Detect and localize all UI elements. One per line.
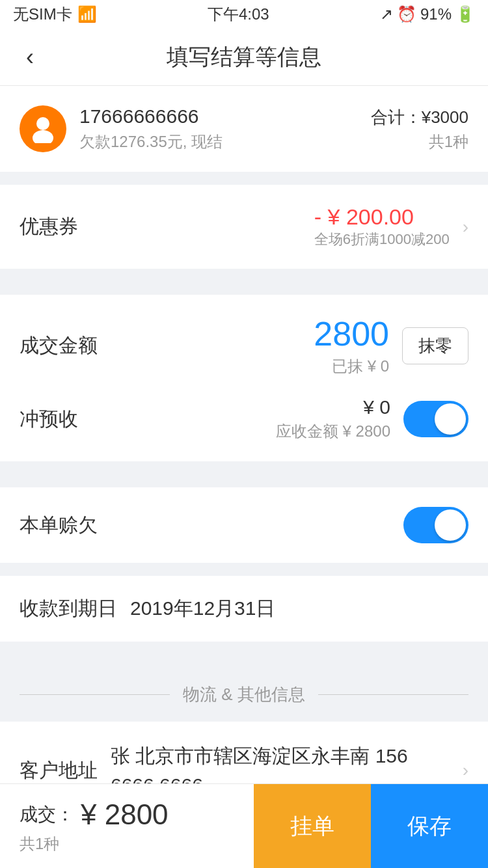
prepay-right: ¥ 0 应收金额 ¥ 2800 — [276, 396, 468, 442]
avatar — [20, 105, 66, 152]
wifi-icon: 📶 — [77, 5, 97, 23]
back-button[interactable]: ‹ — [20, 37, 40, 77]
logistics-line-right — [318, 694, 468, 695]
battery-icon: 🔋 — [455, 5, 475, 23]
address-label: 客户地址 — [20, 757, 98, 784]
coupon-section[interactable]: 优惠券 - ¥ 200.00 全场6折满1000减200 › — [0, 185, 488, 269]
customer-summary: 合计：¥3000 共1种 — [371, 106, 468, 152]
debt-toggle[interactable] — [403, 507, 468, 543]
bottom-total-amount: ¥ 2800 — [81, 798, 169, 831]
transaction-amount: 2800 — [314, 314, 389, 353]
debt-section: 本单赊欠 — [0, 487, 488, 563]
transaction-label: 成交金额 — [20, 332, 98, 359]
section-divider-3 — [0, 655, 488, 668]
bottom-label: 成交： — [20, 802, 74, 827]
prepay-label: 冲预收 — [20, 406, 78, 433]
coupon-desc: 全场6折满1000减200 — [314, 230, 450, 249]
coupon-amount: - ¥ 200.00 — [314, 204, 450, 230]
bottom-count: 共1种 — [20, 834, 234, 854]
status-right: ↗ ⏰ 91% 🔋 — [380, 5, 475, 23]
transaction-amount-row: 成交金额 2800 已抹 ¥ 0 抹零 — [20, 314, 468, 377]
transaction-sub: 已抹 ¥ 0 — [314, 356, 389, 377]
bottom-amount-row: 成交： ¥ 2800 — [20, 798, 234, 831]
svg-point-1 — [33, 130, 53, 143]
avatar-icon — [29, 115, 57, 143]
due-date-label: 收款到期日 — [20, 595, 117, 622]
total-label: 合计：¥3000 — [371, 106, 468, 129]
nav-bar: ‹ 填写结算等信息 — [0, 29, 488, 86]
round-zero-button[interactable]: 抹零 — [402, 327, 468, 364]
prepay-row: 冲预收 ¥ 0 应收金额 ¥ 2800 — [20, 396, 468, 442]
bottom-bar: 成交： ¥ 2800 共1种 挂单 保存 — [0, 783, 488, 868]
prepay-sub: 应收金额 ¥ 2800 — [276, 421, 390, 442]
page-title: 填写结算等信息 — [167, 42, 321, 72]
coupon-right: - ¥ 200.00 全场6折满1000减200 › — [314, 204, 468, 249]
section-divider-2 — [0, 474, 488, 487]
customer-phone: 17666666666 — [79, 105, 223, 128]
due-date-section: 收款到期日 2019年12月31日 — [0, 576, 488, 642]
bottom-info: 成交： ¥ 2800 共1种 — [0, 798, 254, 854]
coupon-label: 优惠券 — [20, 213, 78, 240]
status-time: 下午4:03 — [208, 4, 269, 25]
customer-info: 17666666666 欠款1276.35元, 现结 — [79, 105, 223, 152]
total-count: 共1种 — [371, 131, 468, 152]
logistics-header: 物流 & 其他信息 — [0, 668, 488, 722]
status-left: 无SIM卡 📶 — [13, 4, 97, 25]
status-bar: 无SIM卡 📶 下午4:03 ↗ ⏰ 91% 🔋 — [0, 0, 488, 29]
due-date-value: 2019年12月31日 — [130, 595, 275, 622]
transaction-section: 成交金额 2800 已抹 ¥ 0 抹零 冲预收 ¥ 0 应收金额 ¥ 2800 — [0, 295, 488, 461]
location-icon: ↗ — [380, 5, 393, 23]
debt-toggle-thumb — [435, 509, 466, 541]
svg-point-0 — [36, 117, 49, 130]
address-arrow-icon: › — [463, 760, 468, 781]
battery-text: 91% — [420, 5, 452, 23]
save-button[interactable]: 保存 — [371, 784, 488, 869]
prepay-amount-block: ¥ 0 应收金额 ¥ 2800 — [276, 396, 390, 442]
toggle-thumb — [435, 403, 466, 435]
section-divider-1 — [0, 282, 488, 295]
coupon-arrow-icon: › — [463, 217, 468, 237]
due-date-row: 收款到期日 2019年12月31日 — [20, 595, 468, 622]
customer-card: 17666666666 欠款1276.35元, 现结 合计：¥3000 共1种 — [0, 86, 488, 172]
content: 17666666666 欠款1276.35元, 现结 合计：¥3000 共1种 … — [0, 86, 488, 868]
prepay-toggle[interactable] — [403, 401, 468, 437]
customer-debt: 欠款1276.35元, 现结 — [79, 131, 223, 152]
prepay-amount: ¥ 0 — [276, 396, 390, 418]
logistics-text: 物流 & 其他信息 — [183, 683, 305, 706]
carrier-text: 无SIM卡 — [13, 4, 72, 25]
transaction-right: 2800 已抹 ¥ 0 抹零 — [314, 314, 468, 377]
debt-label: 本单赊欠 — [20, 512, 98, 539]
alarm-icon: ⏰ — [397, 5, 416, 23]
hold-button[interactable]: 挂单 — [254, 784, 371, 869]
logistics-line-left — [20, 694, 170, 695]
customer-left: 17666666666 欠款1276.35元, 现结 — [20, 105, 223, 152]
